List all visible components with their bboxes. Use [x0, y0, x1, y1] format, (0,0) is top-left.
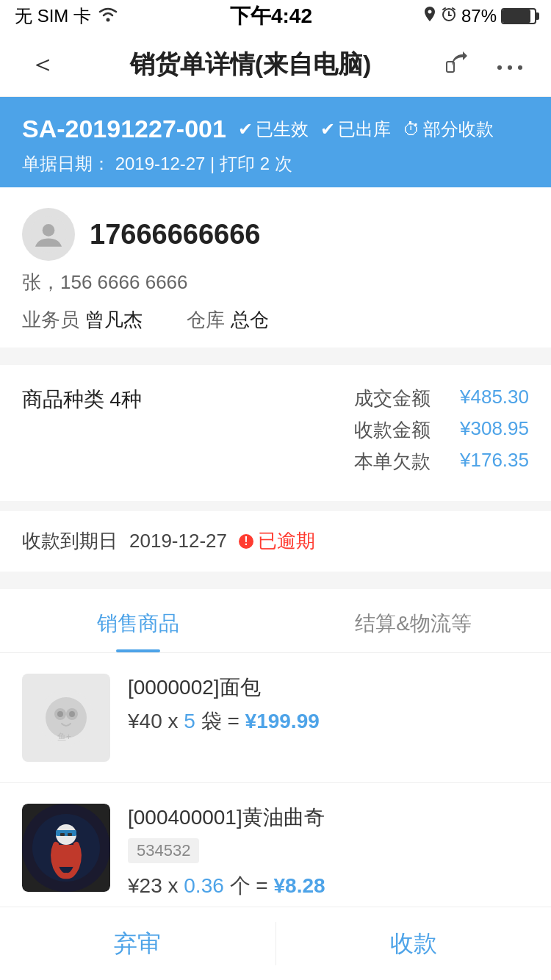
customer-meta: 业务员 曾凡杰 仓库 总仓 — [22, 307, 529, 333]
product-price-2: ¥23 x 0.36 个 = ¥8.28 — [128, 872, 529, 900]
product-item: 鱼+ [0000002]面包 ¥40 x 5 袋 = ¥199.99 — [0, 653, 551, 783]
financial-stats: 成交金额 ¥485.30 收款金额 ¥308.95 本单欠款 ¥176.35 — [354, 386, 529, 480]
nav-actions — [438, 43, 529, 86]
battery-text: 87% — [461, 6, 497, 26]
svg-point-0 — [107, 18, 110, 22]
divider-1 — [0, 356, 551, 365]
nav-bar: ＜ 销货单详情(来自电脑) — [0, 32, 551, 97]
share-button[interactable] — [438, 43, 476, 86]
tabs-section: 销售商品 结算&物流等 鱼+ — [0, 589, 551, 921]
due-label: 收款到期日 — [22, 528, 118, 554]
amount-row: 成交金额 ¥485.30 — [354, 386, 529, 411]
order-date-line: 单据日期： 2019-12-27 | 打印 2 次 — [22, 152, 529, 176]
status-time: 下午4:42 — [230, 2, 312, 30]
svg-point-9 — [43, 224, 55, 237]
overdue-badge: ! 已逾期 — [239, 528, 315, 554]
svg-point-15 — [69, 711, 75, 717]
product-thumbnail-2 — [22, 804, 110, 892]
tabs-header: 销售商品 结算&物流等 — [0, 589, 551, 653]
alarm-icon — [441, 6, 457, 26]
due-date: 2019-12-27 — [129, 530, 227, 552]
sales-info: 业务员 曾凡杰 — [22, 307, 143, 333]
svg-text:鱼+: 鱼+ — [57, 732, 71, 742]
battery-icon — [501, 8, 536, 24]
stats-section: 商品种类 4种 成交金额 ¥485.30 收款金额 ¥308.95 本单欠款 ¥… — [0, 365, 551, 501]
svg-rect-22 — [60, 833, 65, 836]
product-info-1: [0000002]面包 ¥40 x 5 袋 = ¥199.99 — [128, 674, 529, 735]
svg-rect-4 — [447, 62, 454, 72]
product-price-1: ¥40 x 5 袋 = ¥199.99 — [128, 707, 529, 735]
cancel-button[interactable]: 弃审 — [0, 907, 276, 980]
svg-point-14 — [57, 711, 63, 717]
customer-id: 17666666666 — [90, 219, 260, 251]
product-name-1: [0000002]面包 — [128, 674, 529, 702]
divider-2 — [0, 572, 551, 580]
product-item: [000400001]黄油曲奇 534532 ¥23 x 0.36 个 = ¥8… — [0, 783, 551, 921]
svg-point-6 — [508, 65, 512, 70]
product-thumbnail-1: 鱼+ — [22, 674, 110, 762]
tab-settlement[interactable]: 结算&物流等 — [276, 589, 551, 652]
confirm-button[interactable]: 收款 — [276, 907, 552, 980]
wifi-icon — [97, 6, 119, 26]
warehouse-info: 仓库 总仓 — [187, 307, 269, 333]
tag-partial-payment: ⏱ 部分收款 — [403, 118, 494, 141]
order-tags: ✔ 已生效 ✔ 已出库 ⏱ 部分收款 — [238, 118, 494, 141]
svg-point-7 — [518, 65, 522, 70]
tab-sales-products[interactable]: 销售商品 — [0, 589, 276, 652]
debt-row: 本单欠款 ¥176.35 — [354, 449, 529, 475]
received-row: 收款金额 ¥308.95 — [354, 417, 529, 443]
bottom-bar: 弃审 收款 — [0, 907, 551, 980]
svg-point-5 — [497, 65, 502, 70]
product-name-2: [000400001]黄油曲奇 — [128, 804, 529, 832]
tag-effective: ✔ 已生效 — [238, 118, 309, 141]
location-icon — [423, 6, 436, 26]
product-list: 鱼+ [0000002]面包 ¥40 x 5 袋 = ¥199.99 — [0, 653, 551, 921]
product-badge-2: 534532 — [128, 838, 199, 863]
customer-sub-info: 张，156 6666 6666 — [22, 270, 529, 295]
svg-rect-20 — [56, 845, 76, 867]
due-section: 收款到期日 2019-12-27 ! 已逾期 — [0, 510, 551, 572]
carrier-text: 无 SIM 卡 — [15, 4, 91, 28]
avatar — [22, 208, 75, 261]
back-button[interactable]: ＜ — [22, 39, 63, 90]
status-bar: 无 SIM 卡 下午4:42 87% — [0, 0, 551, 32]
svg-rect-21 — [56, 830, 76, 836]
product-type-count: 商品种类 4种 — [22, 386, 142, 414]
status-right: 87% — [423, 6, 536, 26]
overdue-icon: ! — [239, 534, 253, 549]
page-title: 销货单详情(来自电脑) — [130, 48, 372, 82]
order-header-banner: SA-20191227-001 ✔ 已生效 ✔ 已出库 ⏱ 部分收款 单据日期：… — [0, 97, 551, 187]
tag-shipped: ✔ 已出库 — [320, 118, 391, 141]
svg-rect-23 — [68, 833, 72, 836]
more-button[interactable] — [491, 47, 529, 82]
product-info-2: [000400001]黄油曲奇 534532 ¥23 x 0.36 个 = ¥8… — [128, 804, 529, 900]
customer-section: 17666666666 张，156 6666 6666 业务员 曾凡杰 仓库 总… — [0, 187, 551, 347]
order-id: SA-20191227-001 — [22, 115, 226, 143]
overdue-label: 已逾期 — [258, 528, 315, 554]
status-left: 无 SIM 卡 — [15, 4, 119, 28]
